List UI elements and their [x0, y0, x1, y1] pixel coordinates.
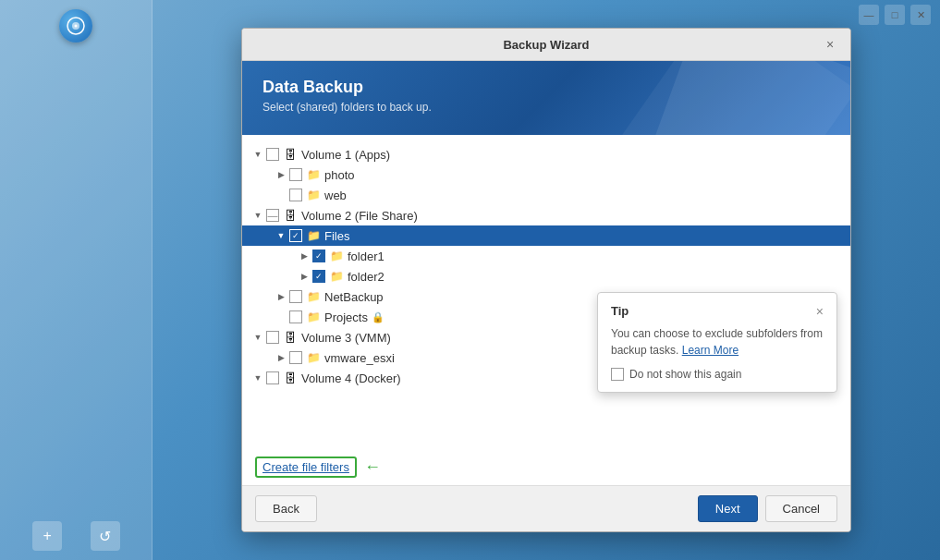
taskbar-bottom: + ↺ — [0, 521, 153, 551]
checkbox-files[interactable]: ✓ — [289, 229, 302, 242]
history-button[interactable]: ↺ — [91, 521, 120, 551]
tip-title: Tip — [611, 304, 629, 318]
tree-item-web[interactable]: ▶ 📁 web — [242, 185, 850, 205]
tip-body: You can choose to exclude subfolders fro… — [611, 325, 824, 359]
checkbox-folder1[interactable]: ✓ — [312, 250, 325, 262]
tip-close-button[interactable]: × — [816, 305, 824, 318]
label-vol1: Volume 1 (Apps) — [301, 148, 390, 162]
db-icon-vol3: 🗄 — [283, 330, 298, 345]
tip-do-not-show-checkbox[interactable] — [611, 368, 624, 381]
desktop: + ↺ — □ ✕ Backup Wizard × Data Backup Se… — [0, 0, 940, 560]
chevron-files: ▼ — [275, 229, 287, 242]
db-icon-vol4: 🗄 — [283, 371, 298, 385]
app-logo[interactable] — [59, 9, 92, 43]
lock-icon-projects: 🔒 — [372, 311, 385, 323]
dialog-title: Backup Wizard — [272, 38, 821, 52]
folder-icon-folder1: 📁 — [329, 249, 344, 263]
checkbox-netbackup[interactable] — [289, 290, 302, 303]
dialog-footer: Back Next Cancel — [242, 485, 850, 531]
chevron-photo: ▶ — [275, 168, 287, 181]
label-netbackup: NetBackup — [324, 290, 384, 304]
label-vol2: Volume 2 (File Share) — [301, 209, 418, 223]
next-button[interactable]: Next — [698, 495, 758, 522]
backup-wizard-dialog: Backup Wizard × Data Backup Select (shar… — [241, 28, 851, 532]
chevron-vol3: ▼ — [251, 331, 264, 344]
checkbox-vmware[interactable] — [289, 351, 302, 364]
dialog-body: ▼ 🗄 Volume 1 (Apps) ▶ 📁 photo ▶ — [242, 135, 850, 485]
tree-item-folder1[interactable]: ▶ ✓ 📁 folder1 — [242, 246, 850, 266]
dialog-header: Data Backup Select (shared) folders to b… — [242, 61, 850, 135]
folder-icon-web: 📁 — [306, 188, 321, 202]
dialog-header-subtitle: Select (shared) folders to back up. — [262, 101, 830, 114]
tree-item-vol2[interactable]: ▼ — 🗄 Volume 2 (File Share) — [242, 205, 850, 225]
label-vol3: Volume 3 (VMM) — [301, 331, 391, 345]
label-photo: photo — [324, 168, 355, 182]
label-folder2: folder2 — [348, 270, 385, 284]
checkbox-folder2[interactable]: ✓ — [312, 270, 325, 283]
folder-icon-netbackup: 📁 — [306, 289, 321, 304]
checkbox-photo[interactable] — [289, 168, 302, 181]
label-vol4: Volume 4 (Docker) — [301, 371, 401, 385]
chevron-vmware: ▶ — [275, 351, 287, 364]
add-button[interactable]: + — [32, 521, 62, 551]
checkbox-projects[interactable] — [289, 310, 302, 323]
checkbox-vol1[interactable] — [266, 148, 279, 161]
folder-icon-folder2: 📁 — [329, 269, 344, 284]
footer-right: Next Cancel — [698, 495, 837, 522]
label-vmware: vmware_esxi — [324, 351, 395, 365]
chevron-vol4: ▼ — [251, 371, 264, 384]
create-file-filters-link[interactable]: Create file filters — [255, 457, 357, 478]
chevron-vol2: ▼ — [251, 209, 264, 222]
tree-item-photo[interactable]: ▶ 📁 photo — [242, 164, 850, 185]
label-projects: Projects — [324, 310, 368, 324]
chevron-vol1: ▼ — [251, 148, 264, 161]
folder-icon-vmware: 📁 — [306, 350, 321, 365]
tree-item-folder2[interactable]: ▶ ✓ 📁 folder2 — [242, 266, 850, 286]
tree-item-vol1[interactable]: ▼ 🗄 Volume 1 (Apps) — [242, 144, 850, 164]
folder-icon-projects: 📁 — [306, 310, 321, 324]
footer-left: Back — [255, 495, 317, 522]
folder-icon-files: 📁 — [306, 228, 321, 243]
tip-header: Tip × — [611, 304, 824, 318]
checkbox-vol3[interactable] — [266, 331, 279, 344]
checkbox-vol2[interactable]: — — [266, 209, 279, 222]
tip-popup: Tip × You can choose to exclude subfolde… — [597, 292, 837, 393]
folder-icon-photo: 📁 — [306, 167, 321, 182]
chevron-folder2: ▶ — [298, 270, 311, 283]
checkbox-vol4[interactable] — [266, 371, 279, 384]
cancel-button[interactable]: Cancel — [765, 495, 837, 522]
tree-item-files[interactable]: ▼ ✓ 📁 Files — [242, 225, 850, 246]
tip-do-not-show-label: Do not show this again — [629, 368, 741, 381]
label-web: web — [324, 189, 347, 202]
dialog-titlebar: Backup Wizard × — [242, 29, 850, 61]
db-icon-vol2: 🗄 — [283, 208, 298, 223]
label-files: Files — [324, 229, 349, 243]
checkbox-web[interactable] — [289, 189, 302, 201]
dialog-close-button[interactable]: × — [821, 35, 839, 54]
tip-learn-more-link[interactable]: Learn More — [682, 344, 739, 357]
back-button[interactable]: Back — [255, 495, 317, 522]
dialog-container: Backup Wizard × Data Backup Select (shar… — [153, 0, 940, 560]
tip-footer: Do not show this again — [611, 368, 824, 381]
taskbar-left: + ↺ — [0, 0, 153, 560]
arrow-indicator: ← — [364, 457, 381, 477]
chevron-folder1: ▶ — [298, 250, 311, 262]
svg-point-2 — [75, 25, 78, 28]
label-folder1: folder1 — [348, 250, 385, 263]
filter-link-row: Create file filters ← — [242, 449, 850, 485]
chevron-netbackup: ▶ — [275, 290, 287, 303]
db-icon-vol1: 🗄 — [283, 147, 298, 162]
dialog-header-title: Data Backup — [262, 78, 830, 97]
